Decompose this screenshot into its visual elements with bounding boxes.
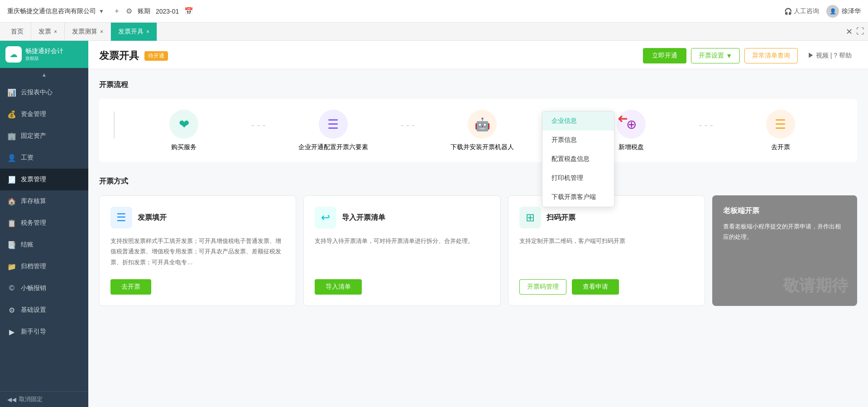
sidebar-item-inventory[interactable]: 🏠 库存核算 xyxy=(0,190,88,212)
sidebar-label-settle: 结账 xyxy=(21,241,34,249)
company-selector[interactable]: 重庆畅捷交通信息咨询有限公司 ▼ xyxy=(7,7,104,15)
sidebar-label-payroll: 工资 xyxy=(21,154,34,162)
sidebar-item-invoice-mgmt[interactable]: 🧾 发票管理 xyxy=(0,169,88,190)
video-label: 视频 xyxy=(816,52,829,59)
sidebar-scroll-area: 📊 云报表中心 💰 资金管理 🏢 固定资产 👤 工资 🧾 发票管理 🏠 xyxy=(0,82,88,391)
add-icon[interactable]: ＋ xyxy=(113,6,120,16)
tab-invoice[interactable]: 发票 × xyxy=(31,23,65,41)
user-info[interactable]: 👤 徐泽华 xyxy=(826,5,861,18)
period-label: 账期 xyxy=(138,7,150,15)
dropdown-item-invoice-info[interactable]: 开票信息 xyxy=(542,131,614,150)
method-scan-title: 扫码开票 xyxy=(547,213,575,223)
activate-button[interactable]: 立即开通 xyxy=(643,48,686,63)
sidebar-label-cloud-report: 云报表中心 xyxy=(21,88,53,97)
sidebar-scroll-up[interactable]: ▲ xyxy=(0,68,88,82)
sidebar-item-fixed-assets[interactable]: 🏢 固定资产 xyxy=(0,125,88,147)
boss-card-title: 老板端开票 xyxy=(723,206,846,216)
capital-icon: 💰 xyxy=(7,110,16,119)
logo-icon: ☁ xyxy=(5,46,22,63)
sidebar-item-archive[interactable]: 📁 归档管理 xyxy=(0,256,88,277)
sidebar-label-fixed-assets: 固定资产 xyxy=(21,132,46,140)
sidebar-item-new-guide[interactable]: ▶ 新手引导 xyxy=(0,321,88,343)
sidebar-label-new-guide: 新手引导 xyxy=(21,328,46,336)
sidebar-label-xiaochang: 小畅报销 xyxy=(21,284,46,292)
settings-dropdown-button[interactable]: 开票设置 ▼ xyxy=(691,48,740,63)
question-icon: ? xyxy=(834,52,837,59)
sidebar-item-tax[interactable]: 📋 税务管理 xyxy=(0,212,88,234)
settings-icon[interactable]: ⚙ xyxy=(126,7,132,15)
flow-step-issue-label: 去开票 xyxy=(771,143,790,151)
boss-card-desc: 查看老板端小程序提交的开票申请，并作出相应的处理。 xyxy=(723,221,846,242)
tab-invoice-calc[interactable]: 发票测算 × xyxy=(65,23,111,41)
service-label: 人工咨询 xyxy=(794,7,819,15)
flow-step-download-label: 下载并安装开票机器人 xyxy=(451,143,514,151)
top-bar-right: 🎧 人工咨询 👤 徐泽华 xyxy=(784,5,861,18)
tab-invoice-issue-close[interactable]: × xyxy=(146,29,149,35)
flow-step-config-label: 企业开通配置开票六要素 xyxy=(298,143,368,151)
top-bar-actions: ＋ ⚙ 账期 2023-01 📅 xyxy=(113,6,193,16)
fill-goto-btn[interactable]: 去开票 xyxy=(110,279,151,295)
tax-icon: 📋 xyxy=(7,218,16,228)
dropdown-item-printer[interactable]: 打印机管理 xyxy=(542,169,614,188)
dropdown-item-company-info[interactable]: 企业信息 xyxy=(542,111,614,131)
dropdown-item-tax-config[interactable]: 配置税盘信息 xyxy=(542,150,614,169)
sidebar-label-archive: 归档管理 xyxy=(21,262,46,271)
flow-step-download: 🤖 下载并安装开票机器人 xyxy=(417,110,548,151)
sidebar-item-basic-settings[interactable]: ⚙ 基础设置 xyxy=(0,299,88,321)
help-label: 帮助 xyxy=(839,52,852,59)
flow-arrow-1: - - - xyxy=(251,120,265,141)
settle-icon: 📑 xyxy=(7,240,16,249)
sidebar-item-capital[interactable]: 💰 资金管理 xyxy=(0,103,88,125)
abnormal-list-button[interactable]: 异常清单查询 xyxy=(744,48,798,63)
cloud-report-icon: 📊 xyxy=(7,88,16,97)
sidebar-label-basic-settings: 基础设置 xyxy=(21,306,46,314)
tab-invoice-issue[interactable]: 发票开具 × xyxy=(111,23,157,41)
xiaochang-icon: © xyxy=(7,284,16,293)
methods-grid: ☰ 发票填开 支持按照发票样式手工填开发票；可开具增值税电子普通发票、增值税普通… xyxy=(99,195,857,306)
sidebar-label-invoice-mgmt: 发票管理 xyxy=(21,175,46,184)
close-tab-icon[interactable]: ✕ xyxy=(846,27,853,37)
tab-home[interactable]: 首页 xyxy=(4,23,31,41)
method-card-scan: ⊞ 扫码开票 支持定制开票二维码，客户端可扫码开票 开票码管理 查看申请 xyxy=(508,195,705,306)
method-scan-icon: ⊞ xyxy=(519,207,541,228)
flow-arrow-4: - - - xyxy=(699,120,713,141)
service-button[interactable]: 🎧 人工咨询 xyxy=(784,7,819,15)
method-import-desc: 支持导入待开票清单，可对待开票清单进行拆分、合并处理。 xyxy=(315,236,489,272)
sidebar: ☁ 畅捷通好会计 旗舰版 ▲ 📊 云报表中心 💰 资金管理 🏢 固定资产 👤 xyxy=(0,41,88,407)
sidebar-label-inventory: 库存核算 xyxy=(21,197,46,205)
page-title-row: 发票开具 待开通 立即开通 开票设置 ▼ 异常清单查询 ▶ 视频 | ? 帮助 xyxy=(99,48,857,63)
dropdown-item-download-client[interactable]: 下载开票客户端 xyxy=(542,188,614,207)
maximize-icon[interactable]: ⛶ xyxy=(856,27,864,36)
method-scan-header: ⊞ 扫码开票 xyxy=(519,207,694,228)
user-name: 徐泽华 xyxy=(842,7,861,15)
sidebar-bottom[interactable]: ◀◀ 取消固定 xyxy=(0,391,88,407)
content-body: 开票流程 ❤ 购买服务 - - - ☰ 企业开通配置开票六要素 - - - 🤖 … xyxy=(88,69,868,317)
inventory-icon: 🏠 xyxy=(7,197,16,206)
flow-step-taxdisk-label: 新增税盘 xyxy=(619,143,644,151)
invoice-mgmt-icon: 🧾 xyxy=(7,175,16,184)
method-card-import: ↩ 导入开票清单 支持导入待开票清单，可对待开票清单进行拆分、合并处理。 导入清… xyxy=(303,195,500,306)
avatar: 👤 xyxy=(826,5,839,18)
sidebar-logo[interactable]: ☁ 畅捷通好会计 旗舰版 xyxy=(0,41,88,68)
flow-arrow-2: - - - xyxy=(401,120,415,141)
import-list-btn[interactable]: 导入清单 xyxy=(315,279,362,295)
tab-invoice-close[interactable]: × xyxy=(54,29,57,35)
sidebar-item-xiaochang[interactable]: © 小畅报销 xyxy=(0,277,88,299)
sidebar-item-settle[interactable]: 📑 结账 xyxy=(0,234,88,256)
sidebar-bottom-label: 取消固定 xyxy=(19,395,43,403)
tab-invoice-label: 发票 xyxy=(38,28,51,36)
video-button[interactable]: ▶ 视频 | ? 帮助 xyxy=(802,48,857,63)
methods-section-title: 开票方式 xyxy=(99,177,857,186)
calendar-icon[interactable]: 📅 xyxy=(184,7,193,15)
view-apply-btn[interactable]: 查看申请 xyxy=(572,279,619,295)
flow-step-config-icon: ☰ xyxy=(319,110,348,139)
flow-step-buy-label: 购买服务 xyxy=(171,143,197,151)
sidebar-item-payroll[interactable]: 👤 工资 xyxy=(0,147,88,169)
method-fill-icon: ☰ xyxy=(110,207,132,228)
tab-invoice-calc-close[interactable]: × xyxy=(100,29,103,35)
qr-manage-btn[interactable]: 开票码管理 xyxy=(519,279,566,295)
sidebar-item-cloud-report[interactable]: 📊 云报表中心 xyxy=(0,82,88,103)
settings-chevron-icon: ▼ xyxy=(726,52,732,59)
flow-start-divider xyxy=(114,111,115,139)
headset-icon: 🎧 xyxy=(784,8,792,15)
